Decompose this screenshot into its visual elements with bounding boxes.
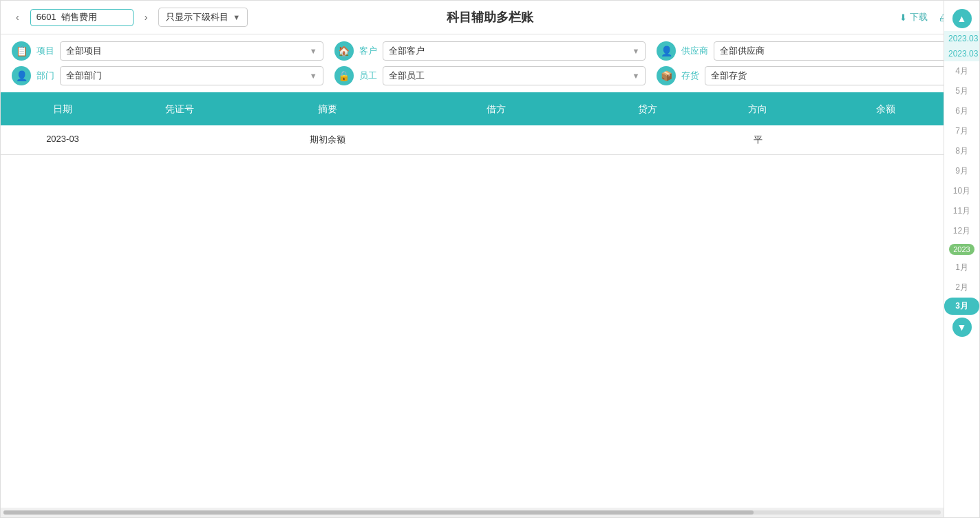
col-date: 日期 [1, 94, 125, 125]
employee-value: 全部员工 [389, 70, 425, 82]
customer-arrow-icon: ▼ [632, 47, 639, 55]
cell-credit [572, 125, 723, 154]
sidebar-down-btn[interactable]: ▼ [952, 318, 972, 337]
customer-value: 全部客户 [389, 45, 425, 57]
filter-department: 👤 部门 全部部门 ▼ [12, 66, 323, 85]
col-credit: 贷方 [572, 94, 723, 125]
department-arrow-icon: ▼ [310, 72, 317, 80]
col-voucher: 凭证号 [125, 94, 235, 125]
customer-select[interactable]: 全部客户 ▼ [383, 41, 646, 61]
download-icon: ⬇ [899, 12, 907, 23]
sidebar-month-9[interactable]: 9月 [944, 161, 979, 181]
up-arrow-icon: ▲ [957, 13, 967, 24]
project-select[interactable]: 全部项目 ▼ [60, 41, 323, 61]
supplier-select[interactable]: 全部供应商 ▼ [714, 41, 968, 61]
page-title: 科目辅助多栏账 [447, 9, 533, 25]
sidebar-month-4[interactable]: 4月 [944, 61, 979, 81]
sidebar-month-6[interactable]: 6月 [944, 101, 979, 121]
project-label: 项目 [36, 45, 54, 57]
sub-level-toggle[interactable]: 只显示下级科目 ▼ [158, 8, 248, 27]
main-content [1, 155, 979, 518]
year-badge: 2023 [949, 244, 974, 255]
filter-supplier: 👤 供应商 全部供应商 ▼ [657, 41, 968, 61]
cell-voucher [125, 125, 235, 154]
cell-debit [420, 125, 572, 154]
col-summary: 摘要 [235, 94, 420, 125]
filter-customer: 🏠 客户 全部客户 ▼ [334, 41, 646, 61]
supplier-icon: 👤 [657, 41, 676, 61]
col-debit: 借方 [420, 94, 572, 125]
filter-project: 📋 项目 全部项目 ▼ [12, 41, 323, 61]
employee-label: 员工 [359, 70, 377, 82]
sidebar-month-3[interactable]: 3月 [944, 298, 979, 315]
project-value: 全部项目 [66, 45, 102, 57]
department-label: 部门 [36, 70, 54, 82]
table-area: 日期 凭证号 摘要 借方 贷方 方向 余额 2023-03 期初余额 平 [1, 92, 979, 155]
down-arrow-icon: ▼ [957, 322, 967, 333]
scrollbar-thumb[interactable] [3, 510, 754, 515]
sidebar-month-11[interactable]: 11月 [944, 201, 979, 221]
inventory-label: 存货 [681, 70, 699, 82]
table-row: 2023-03 期初余额 平 [1, 125, 979, 155]
filter-area: 📋 项目 全部项目 ▼ 🏠 客户 全部客户 ▼ 👤 供应商 全部供应商 ▼ [1, 34, 979, 92]
supplier-value: 全部供应商 [720, 45, 765, 57]
cell-date: 2023-03 [1, 125, 125, 154]
scrollbar-track[interactable] [3, 510, 941, 515]
sidebar-selected-2[interactable]: 2023.03 [944, 46, 979, 61]
department-select[interactable]: 全部部门 ▼ [60, 66, 323, 85]
inventory-select[interactable]: 全部存货 ▼ [705, 66, 968, 85]
table-header: 日期 凭证号 摘要 借方 贷方 方向 余额 [1, 94, 979, 125]
sub-toggle-label: 只显示下级科目 [166, 11, 228, 23]
top-bar: ‹ › 只显示下级科目 ▼ 科目辅助多栏账 ⬇ 下载 🖨 打印 × [1, 1, 979, 34]
sidebar-month-8[interactable]: 8月 [944, 141, 979, 161]
cell-direction: 平 [723, 125, 792, 154]
sidebar-month-1[interactable]: 1月 [944, 258, 979, 278]
sidebar-month-7[interactable]: 7月 [944, 121, 979, 141]
sidebar-month-2[interactable]: 2月 [944, 278, 979, 298]
download-label: 下载 [910, 11, 928, 23]
project-icon: 📋 [12, 41, 31, 61]
prev-account-btn[interactable]: ‹ [12, 10, 23, 24]
employee-select[interactable]: 全部员工 ▼ [383, 66, 646, 85]
chevron-down-icon: ▼ [233, 13, 240, 21]
customer-label: 客户 [359, 45, 377, 57]
project-arrow-icon: ▼ [310, 47, 317, 55]
download-btn[interactable]: ⬇ 下载 [899, 11, 928, 23]
scrollbar-area[interactable] [1, 508, 944, 517]
sidebar-up-btn[interactable]: ▲ [952, 9, 972, 28]
next-account-btn[interactable]: › [140, 10, 152, 24]
department-value: 全部部门 [66, 70, 102, 82]
sidebar-selected-1[interactable]: 2023.03 [944, 31, 979, 46]
filter-inventory: 📦 存货 全部存货 ▼ [657, 66, 968, 85]
employee-arrow-icon: ▼ [632, 72, 639, 80]
filter-employee: 🔒 员工 全部员工 ▼ [334, 66, 646, 85]
col-direction: 方向 [723, 94, 792, 125]
supplier-label: 供应商 [681, 45, 708, 57]
sidebar-month-5[interactable]: 5月 [944, 81, 979, 101]
employee-icon: 🔒 [334, 66, 354, 85]
customer-icon: 🏠 [334, 41, 354, 61]
sidebar-month-10[interactable]: 10月 [944, 181, 979, 201]
main-window: ‹ › 只显示下级科目 ▼ 科目辅助多栏账 ⬇ 下载 🖨 打印 × 📋 项目 全… [0, 0, 980, 518]
cell-summary: 期初余额 [235, 125, 420, 154]
department-icon: 👤 [12, 66, 31, 85]
account-input[interactable] [30, 9, 134, 26]
inventory-icon: 📦 [657, 66, 676, 85]
right-sidebar: ▲ 2023.03 2023.03 4月 5月 6月 7月 8月 9月 10月 … [944, 1, 979, 517]
sidebar-month-12[interactable]: 12月 [944, 221, 979, 241]
inventory-value: 全部存货 [711, 70, 747, 82]
